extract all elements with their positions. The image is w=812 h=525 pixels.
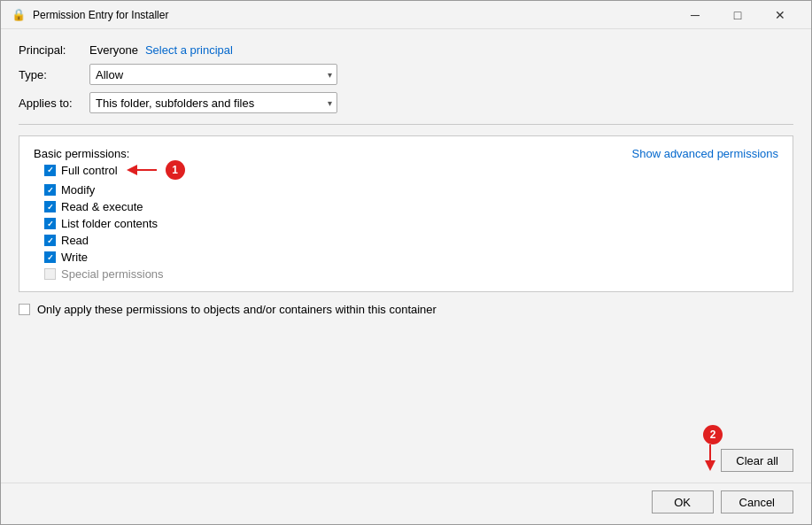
perm-label-full-control: Full control: [61, 164, 118, 177]
checkbox-list-folder[interactable]: [44, 218, 56, 229]
checkbox-apply-only[interactable]: [19, 304, 30, 315]
perm-label-read: Read: [61, 234, 89, 247]
apply-only-row: Only apply these permissions to objects …: [19, 303, 793, 316]
show-advanced-link[interactable]: Show advanced permissions: [632, 147, 778, 160]
footer: 2 OK Cancel: [1, 483, 811, 524]
type-row: Type: Allow Deny ▾: [19, 64, 793, 85]
basic-permissions-section: Basic permissions: Show advanced permiss…: [19, 135, 793, 292]
perm-label-modify: Modify: [61, 183, 95, 197]
perm-label-write: Write: [61, 251, 88, 264]
apply-only-label: Only apply these permissions to objects …: [37, 303, 437, 316]
title-controls: ─ □ ✕: [675, 1, 800, 29]
principal-label: Principal:: [19, 43, 89, 57]
perm-item-list-folder: List folder contents: [44, 217, 778, 230]
basic-permissions-title: Basic permissions:: [34, 147, 129, 160]
perm-label-list-folder: List folder contents: [61, 217, 158, 230]
close-button[interactable]: ✕: [760, 1, 800, 29]
applies-to-select[interactable]: This folder, subfolders and files This f…: [89, 92, 337, 113]
applies-to-label: Applies to:: [19, 97, 89, 110]
window-title: Permission Entry for Installer: [33, 9, 168, 21]
window-icon: 🔒: [12, 8, 26, 22]
checkbox-special: [44, 268, 56, 280]
checkbox-modify[interactable]: [44, 184, 56, 196]
type-dropdown[interactable]: Allow Deny ▾: [89, 64, 337, 85]
main-content: Principal: Everyone Select a principal T…: [1, 29, 811, 449]
checkbox-write[interactable]: [44, 251, 56, 263]
select-principal-link[interactable]: Select a principal: [145, 43, 233, 57]
maximize-button[interactable]: □: [717, 1, 758, 29]
perm-row-full-control: Full control 1: [44, 160, 778, 180]
title-bar: 🔒 Permission Entry for Installer ─ □ ✕: [1, 1, 811, 29]
perm-label-special: Special permissions: [61, 267, 164, 281]
perm-item-write: Write: [44, 251, 778, 264]
checkbox-full-control[interactable]: [44, 165, 56, 176]
bottom-row: Clear all: [1, 449, 811, 483]
permissions-list: Full control 1: [34, 160, 778, 281]
cancel-button[interactable]: Cancel: [721, 490, 793, 513]
perm-item-full-control: Full control: [44, 164, 118, 177]
dialog-window: 🔒 Permission Entry for Installer ─ □ ✕ P…: [0, 0, 812, 525]
title-bar-left: 🔒 Permission Entry for Installer: [12, 8, 168, 22]
divider-1: [19, 124, 793, 125]
annotation-badge-1: 1: [166, 160, 185, 180]
type-label: Type:: [19, 68, 89, 81]
type-select[interactable]: Allow Deny: [89, 64, 337, 85]
perm-item-modify: Modify: [44, 183, 778, 197]
principal-value: Everyone: [89, 43, 138, 57]
perm-item-read-execute: Read & execute: [44, 200, 778, 213]
annotation-group-1: 1: [121, 160, 185, 180]
perm-item-read: Read: [44, 234, 778, 247]
applies-to-row: Applies to: This folder, subfolders and …: [19, 92, 793, 113]
ok-button[interactable]: OK: [652, 490, 714, 513]
applies-to-dropdown[interactable]: This folder, subfolders and files This f…: [89, 92, 337, 113]
clear-all-button[interactable]: Clear all: [721, 449, 793, 472]
checkbox-read[interactable]: [44, 235, 56, 246]
minimize-button[interactable]: ─: [675, 1, 715, 29]
perm-label-read-execute: Read & execute: [61, 200, 143, 213]
perm-item-special: Special permissions: [44, 267, 778, 281]
checkbox-read-execute[interactable]: [44, 201, 56, 212]
annotation-arrow-1: [125, 160, 160, 180]
principal-row: Principal: Everyone Select a principal: [19, 43, 793, 57]
